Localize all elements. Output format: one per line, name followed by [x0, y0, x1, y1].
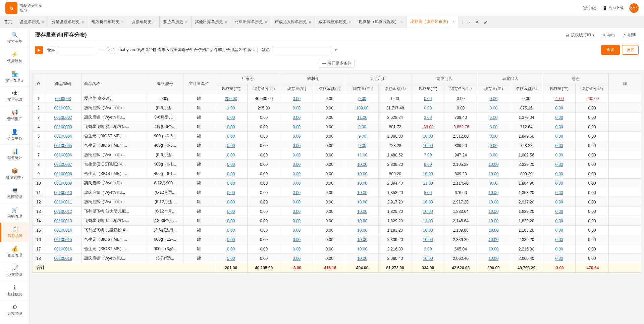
- na-amt-info-icon[interactable]: i: [467, 87, 472, 91]
- cell-no: 9: [33, 169, 45, 179]
- cell-unit: 罐: [183, 141, 215, 150]
- sidebar-item-member[interactable]: 👤 会员中心: [0, 125, 29, 145]
- tab-close-qtcklh[interactable]: ×: [224, 19, 228, 25]
- tab-next-btn[interactable]: ›: [466, 16, 473, 28]
- cell-zc-amt: 0.00: [576, 197, 608, 207]
- tab-close-zzccjh[interactable]: ×: [121, 19, 124, 25]
- tab-xclkczk[interactable]: 现存量（库存状况表） ×: [355, 16, 407, 28]
- tab-close-dblh[interactable]: ×: [153, 19, 156, 25]
- l-amt-info-icon[interactable]: i: [335, 87, 340, 91]
- sidebar-item-quicknav[interactable]: ⚡ 快捷导航: [0, 48, 29, 67]
- tab-prev-btn[interactable]: ‹: [459, 16, 466, 28]
- tab-qtcklh[interactable]: 其他出库单历史 ×: [192, 16, 231, 28]
- cell-code: 00100018: [45, 254, 81, 263]
- cell-f-qty: 0.00: [215, 235, 247, 244]
- user-menu-btn[interactable]: demo2: [629, 3, 639, 13]
- refresh-btn[interactable]: ↻ 刷新: [621, 31, 639, 39]
- export-btn[interactable]: ⬇ 导出: [600, 31, 618, 39]
- cell-zc-amt: 0.00: [576, 122, 608, 132]
- warehouse-input[interactable]: [57, 46, 97, 54]
- tab-close-pddlh[interactable]: ×: [41, 19, 45, 25]
- sidebar-item-finance[interactable]: 💰 资金管理: [0, 242, 29, 262]
- f-amt-info-icon[interactable]: i: [270, 87, 275, 91]
- tab-flpddlh[interactable]: 分量盘点单历史 ×: [48, 16, 88, 28]
- cell-unit: 罐: [183, 132, 215, 141]
- settings-btn[interactable]: 设置: [622, 45, 639, 55]
- color-input[interactable]: [272, 46, 332, 54]
- tab-yhdrh[interactable]: 要货单历史 ×: [160, 16, 192, 28]
- tab-dblh[interactable]: 调拨单历史 ×: [128, 16, 160, 28]
- warehouse-label: 仓库: [47, 47, 55, 53]
- tab-expand-btn[interactable]: ⤢: [481, 16, 490, 28]
- sidebar-item-operations[interactable]: 📈 经营管理: [0, 262, 29, 281]
- cell-jb-amt: 2,060.40: [379, 254, 412, 263]
- cell-no: 1: [33, 94, 45, 103]
- cell-f-qty: 0.00: [215, 122, 247, 132]
- tab-pddlh[interactable]: 盘点单历史 ×: [16, 16, 48, 28]
- tab-close-yhdrh[interactable]: ×: [184, 19, 188, 25]
- th-settings-icon[interactable]: ⚙: [33, 74, 45, 94]
- tab-close-cbtzslh[interactable]: ×: [348, 19, 352, 25]
- cell-f-amt: 0.00: [247, 113, 280, 122]
- cell-yb-qty: 10.00: [477, 207, 510, 216]
- cell-na-qty: 10.00: [412, 226, 444, 235]
- sidebar-item-marketing[interactable]: 📢 营销推广: [0, 106, 29, 125]
- product-label: 商品: [107, 47, 115, 53]
- tab-zzccjh[interactable]: 组装拆卸单历史 ×: [88, 16, 128, 28]
- tab-clcklh[interactable]: 材料出库单历史 ×: [231, 16, 271, 28]
- cell-yb-qty: 10.00: [477, 188, 510, 197]
- tab-close-all-btn[interactable]: ×: [473, 16, 481, 28]
- logo-icon: 畅: [5, 2, 17, 14]
- cell-zc-amt: 0.00: [576, 235, 608, 244]
- cell-no: 2: [33, 103, 45, 113]
- cell-zc-qty: 0.00: [543, 150, 575, 160]
- print-btn[interactable]: 🖨 按模版打印 ▾: [563, 31, 597, 39]
- tab-xclkcfb[interactable]: 现存量（库存分布表） ×: [407, 16, 459, 28]
- message-btn[interactable]: 💬 消息: [583, 5, 597, 11]
- sidebar-item-retail-mall[interactable]: 🛍 零售商城: [0, 87, 29, 106]
- cell-l-amt: 0.00: [313, 179, 346, 188]
- tab-close-xclkczk[interactable]: ×: [400, 19, 404, 25]
- cell-code: 00100016: [45, 244, 81, 254]
- sidebar-item-ecommerce[interactable]: 💻 电商管理: [0, 184, 29, 203]
- sidebar-item-inventory[interactable]: 📋 库存核算: [0, 223, 29, 242]
- tab-close-flpddlh[interactable]: ×: [81, 19, 85, 25]
- tab-close-xclkcfb[interactable]: ×: [452, 19, 455, 24]
- tab-close-ccrklh[interactable]: ×: [308, 19, 312, 25]
- cell-yb-qty: 10.00: [477, 197, 510, 207]
- product-input[interactable]: [117, 46, 258, 54]
- sidebar-item-retail-mgmt[interactable]: 🏪 零售管理 ▲: [0, 67, 29, 87]
- cell-jb-qty: 10.00: [346, 244, 378, 254]
- table-container[interactable]: ⚙ 商品编码 商品名称 规格型号 主计量单位 厂家仓 陆村仓 江北门店 南岸门店…: [30, 71, 644, 324]
- tab-close-clcklh[interactable]: ×: [264, 19, 268, 25]
- cell-zc-qty: 0.00: [543, 197, 575, 207]
- th-group-nanan: 南岸门店: [412, 74, 477, 84]
- cell-unit: 罐: [183, 244, 215, 254]
- cell-spec: (3-7岁适...: [147, 254, 183, 263]
- cell-jb-amt: 2,528.24: [379, 113, 412, 122]
- cell-l-amt: 0.00: [313, 216, 346, 226]
- jb-amt-info-icon[interactable]: i: [401, 87, 406, 91]
- sidebar-item-wholesale[interactable]: 📦 批发管理 ▾: [0, 164, 29, 184]
- yb-amt-info-icon[interactable]: i: [532, 87, 537, 91]
- sidebar-item-collab[interactable]: 🤝 企业协同: [0, 320, 29, 324]
- cell-name: 合生元（BIOSTIME）...: [82, 169, 147, 179]
- expand-conditions-btn[interactable]: ▾▾ 展开更多条件: [319, 59, 355, 68]
- sidebar-item-retail-stats[interactable]: 📊 零售统计: [0, 145, 29, 164]
- cell-l-qty: 0.00: [280, 150, 313, 160]
- tab-home[interactable]: 首页: [0, 16, 16, 28]
- sidebar-item-basic-info[interactable]: ℹ 基础信息: [0, 281, 29, 300]
- search-btn[interactable]: 查询: [601, 45, 620, 55]
- sidebar-item-system[interactable]: ⚙ 系统管理: [0, 300, 29, 320]
- cell-yb-qty: 9.00: [477, 179, 510, 188]
- cell-code: 00100004: [45, 132, 81, 141]
- app-download-btn[interactable]: 📱 App下载: [602, 5, 624, 11]
- table-row: 1 0000003 爱他美 卓萃3段 900g 罐 200.00 40,000.…: [33, 94, 641, 103]
- tab-cbtzslh[interactable]: 成本调整单历史 ×: [315, 16, 355, 28]
- zc-amt-info-icon[interactable]: i: [598, 87, 603, 91]
- sidebar-item-search[interactable]: 🔍 搜索英单: [0, 28, 29, 48]
- tab-ccrklh[interactable]: 产成品入库单历史 ×: [271, 16, 315, 28]
- filter-toggle-btn[interactable]: ▶: [35, 46, 43, 54]
- table-row: 10 00100009 惠氏启赋（Wyeth illu... 6-12月900.…: [33, 179, 641, 188]
- sidebar-item-purchase[interactable]: 🛒 采购管理: [0, 203, 29, 223]
